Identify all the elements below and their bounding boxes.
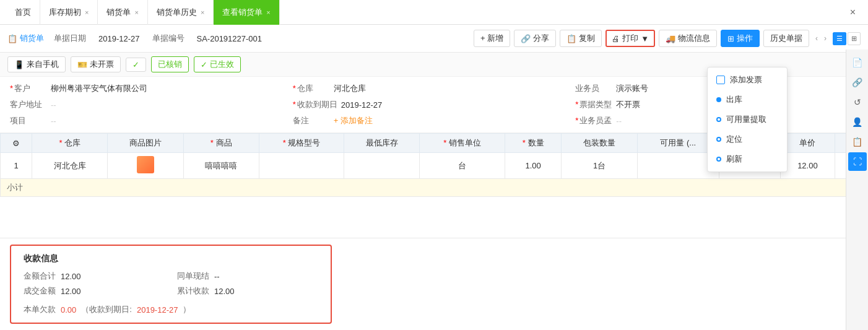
logistics-button-label: 物流信息	[678, 33, 710, 44]
add-note-button[interactable]: + 添加备注	[334, 115, 373, 126]
due-hint: （收款到期日:	[81, 304, 132, 315]
col-gear: ⚙	[1, 134, 32, 153]
print-button[interactable]: 🖨 打印 ▼	[605, 30, 655, 47]
copy-button[interactable]: 📋 复制	[560, 30, 602, 47]
view-toggle: ☰ ⊞	[833, 32, 861, 45]
right-sidebar: 📄 🔗 ↺ 👤 📋 ⛶	[846, 50, 868, 330]
address-value: --	[51, 100, 56, 110]
row-unit: 台	[420, 153, 505, 179]
arrears-row: 本单欠款 0.00 （收款到期日: 2019-12-27 ）	[24, 304, 318, 315]
refresh-label: 刷新	[726, 154, 742, 165]
customer-value: 柳州粤港平安气体有限公司	[51, 83, 147, 94]
sidebar-icon-4[interactable]: 👤	[848, 113, 867, 131]
navigation-arrows: ‹ ›	[813, 33, 829, 44]
salesperson2-value: --	[616, 116, 622, 126]
col-unit: * 销售单位	[420, 134, 505, 153]
sidebar-icon-3[interactable]: ↺	[848, 93, 867, 111]
col-unit-price: 单价	[781, 134, 835, 153]
subtotal-row: 小计	[1, 179, 868, 197]
inventory-tab-close[interactable]: ×	[85, 9, 89, 16]
receipt-info-panel: 收款信息 金额合计 12.00 同单现结 -- 成交金额 12.00 累计收款 …	[10, 245, 332, 324]
nav-tab-sales[interactable]: 销货单 ×	[98, 0, 147, 25]
col-min-stock: 最低库存	[344, 134, 420, 153]
logistics-button[interactable]: 🚚 物流信息	[659, 30, 717, 47]
warehouse-value: 河北仓库	[334, 83, 366, 94]
number-value: SA-20191227-001	[197, 34, 263, 43]
col-warehouse: * 仓库	[32, 134, 108, 153]
dropdown-item-refresh[interactable]: 刷新	[708, 149, 787, 169]
new-button[interactable]: + 新增	[474, 30, 510, 47]
effective-button[interactable]: ✓ 已生效	[194, 56, 241, 72]
nav-tab-home[interactable]: 首页	[6, 0, 40, 25]
nav-tab-view-sales[interactable]: 查看销货单 ×	[214, 0, 279, 25]
from-phone-button[interactable]: 📱 来自手机	[7, 56, 66, 72]
print-dropdown-arrow: ▼	[641, 34, 649, 43]
locate-label: 定位	[726, 134, 742, 145]
refresh-icon	[716, 157, 721, 162]
view-sales-tab-close[interactable]: ×	[266, 9, 270, 16]
customer-label: *客户	[10, 83, 47, 94]
dropdown-item-available[interactable]: 可用量提取	[708, 110, 787, 129]
check-icon: ✓	[132, 60, 139, 69]
share-icon: 🔗	[521, 34, 531, 43]
not-open-button[interactable]: 🎫 未开票	[71, 56, 121, 72]
invoice-icon	[716, 76, 725, 84]
sidebar-icon-5[interactable]: 📋	[848, 132, 867, 151]
operate-dropdown: 添加发票 出库 可用量提取 定位 刷新	[707, 67, 788, 172]
salesperson2-label: *业务员孟	[575, 115, 612, 126]
not-open-label: 未开票	[90, 59, 114, 70]
effective-label: 已生效	[210, 59, 234, 70]
warehouse-field: *仓库 河北仓库	[293, 83, 576, 94]
check-icon-btn[interactable]: ✓	[126, 58, 146, 72]
cumulative-row: 累计收款 12.00	[177, 285, 318, 297]
history-button-label: 历史单据	[770, 33, 802, 44]
receipt-info-title: 收款信息	[24, 253, 318, 264]
bottom-panel: 收款信息 金额合计 12.00 同单现结 -- 成交金额 12.00 累计收款 …	[0, 238, 868, 330]
dropdown-item-invoice[interactable]: 添加发票	[708, 70, 787, 90]
cumulative-label: 累计收款	[177, 285, 209, 297]
main-content: 📋 销货单 单据日期 2019-12-27 单据编号 SA-20191227-0…	[0, 25, 868, 330]
window-close-button[interactable]: ×	[844, 7, 862, 18]
receipt-info-grid: 金额合计 12.00 同单现结 -- 成交金额 12.00 累计收款 12.00	[24, 271, 318, 315]
print-icon: 🖨	[612, 34, 620, 43]
sales-history-tab-label: 销货单历史	[157, 7, 197, 18]
inventory-tab-label: 库存期初	[49, 7, 81, 18]
dropdown-item-locate[interactable]: 定位	[708, 129, 787, 149]
sidebar-icon-1[interactable]: 📄	[848, 53, 867, 72]
view-sales-tab-label: 查看销货单	[222, 7, 263, 18]
history-button[interactable]: 历史单据	[763, 30, 809, 47]
gear-settings-icon[interactable]: ⚙	[12, 139, 20, 148]
list-view-button[interactable]: ☰	[833, 32, 846, 45]
share-button[interactable]: 🔗 分享	[514, 30, 556, 47]
dropdown-item-outbound[interactable]: 出库	[708, 90, 787, 110]
grid-view-button[interactable]: ⊞	[848, 32, 861, 45]
sales-tab-close[interactable]: ×	[134, 9, 138, 16]
operate-button[interactable]: ⊞ 操作	[721, 30, 760, 47]
phone-icon: 📱	[14, 60, 24, 69]
copy-button-label: 复制	[579, 33, 595, 44]
document-info: 单据日期 2019-12-27 单据编号 SA-20191227-001	[54, 33, 262, 44]
home-tab-label: 首页	[15, 7, 31, 18]
nav-tab-sales-history[interactable]: 销货单历史 ×	[148, 0, 214, 25]
checked-button[interactable]: 已核销	[151, 56, 189, 72]
row-min-stock	[344, 153, 420, 179]
col-qty: * 数量	[505, 134, 562, 153]
project-field: 项目 --	[10, 115, 293, 126]
due-date-label: *收款到期日	[293, 99, 337, 110]
next-arrow[interactable]: ›	[822, 33, 829, 44]
date-value: 2019-12-27	[98, 34, 140, 43]
row-no: 1	[1, 153, 32, 179]
top-navigation: 首页 库存期初 × 销货单 × 销货单历史 × 查看销货单 × ×	[0, 0, 868, 25]
due-date-field: *收款到期日 2019-12-27	[293, 99, 576, 110]
sales-history-tab-close[interactable]: ×	[201, 9, 204, 16]
nav-tab-inventory[interactable]: 库存期初 ×	[40, 0, 98, 25]
number-label: 单据编号	[152, 33, 184, 44]
prev-arrow[interactable]: ‹	[813, 33, 820, 44]
row-img	[108, 153, 183, 179]
from-phone-label: 来自手机	[27, 59, 59, 70]
salesperson-value: 演示账号	[616, 83, 648, 94]
sidebar-icon-expand[interactable]: ⛶	[848, 152, 867, 171]
row-spec	[259, 153, 344, 179]
sidebar-icon-2[interactable]: 🔗	[848, 73, 867, 92]
row-pack-qty: 1台	[562, 153, 637, 179]
